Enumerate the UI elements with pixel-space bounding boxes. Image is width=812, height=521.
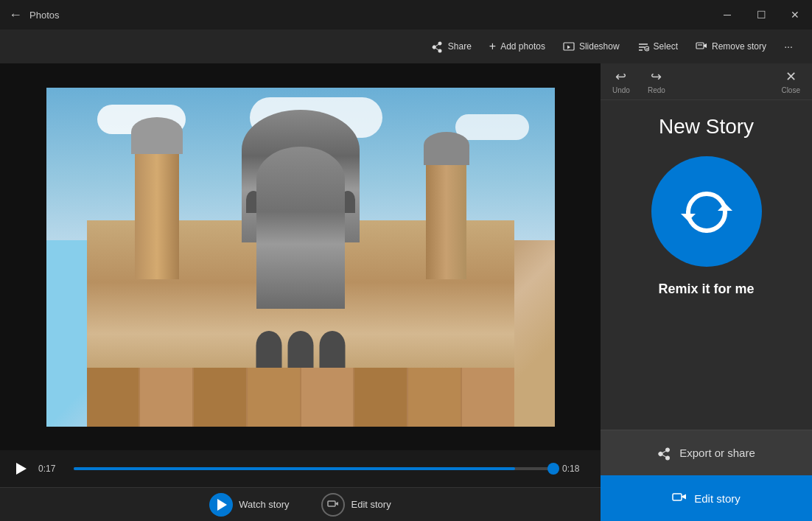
video-container: 0:17 0:18 Watch story: [0, 63, 601, 521]
more-icon: ···: [784, 41, 793, 52]
close-panel-button[interactable]: ✕ Close: [781, 69, 800, 94]
undo-icon: ↩: [615, 69, 626, 85]
remove-story-label: Remove story: [712, 41, 766, 52]
progress-thumb[interactable]: [547, 463, 559, 475]
video-controls: 0:17 0:18: [0, 450, 601, 487]
remix-label: Remix it for me: [658, 282, 754, 297]
more-options-button[interactable]: ···: [777, 35, 800, 58]
svg-marker-7: [681, 214, 696, 221]
select-button[interactable]: Select: [630, 35, 685, 57]
add-photos-label: Add photos: [500, 41, 545, 52]
side-panel: ↩ Undo ↪ Redo ✕ Close New Story: [601, 63, 812, 521]
minimize-button[interactable]: ─: [710, 0, 744, 29]
redo-label: Redo: [648, 86, 665, 94]
svg-rect-8: [673, 494, 682, 500]
svg-rect-2: [696, 43, 704, 49]
share-label: Share: [448, 41, 472, 52]
export-share-button[interactable]: Export or share: [601, 430, 812, 475]
undo-redo-group: ↩ Undo ↪ Redo: [612, 69, 665, 94]
export-icon: [657, 445, 672, 460]
select-label: Select: [654, 41, 678, 52]
add-icon: +: [489, 40, 496, 53]
close-panel-icon: ✕: [785, 69, 797, 85]
window-controls: ─ ☐ ✕: [710, 0, 812, 29]
slideshow-icon: [563, 40, 575, 53]
share-icon: [432, 40, 444, 53]
title-bar: ← Photos ─ ☐ ✕: [0, 0, 812, 29]
redo-button[interactable]: ↪ Redo: [648, 69, 665, 94]
side-panel-content: New Story: [601, 100, 812, 430]
side-panel-header: ↩ Undo ↪ Redo ✕ Close: [601, 63, 812, 100]
progress-fill: [74, 467, 515, 470]
close-button[interactable]: ✕: [778, 0, 812, 29]
play-icon: [16, 463, 27, 475]
video-image: [46, 88, 555, 427]
add-photos-button[interactable]: + Add photos: [482, 35, 553, 57]
remove-story-button[interactable]: Remove story: [688, 35, 774, 57]
bottom-strip: Watch story Edit story: [0, 487, 601, 521]
edit-story-bottom-button[interactable]: Edit story: [312, 489, 399, 521]
svg-marker-6: [718, 203, 732, 211]
edit-story-label: Edit story: [694, 492, 741, 505]
undo-button[interactable]: ↩ Undo: [612, 69, 630, 94]
edit-story-button[interactable]: Edit story: [601, 475, 812, 521]
select-icon: [637, 40, 649, 53]
redo-icon: ↪: [651, 69, 662, 85]
remix-button[interactable]: [651, 156, 762, 267]
edit-story-icon: [672, 491, 687, 506]
toolbar: Share + Add photos Slideshow Select: [0, 29, 812, 63]
share-button[interactable]: Share: [424, 35, 479, 57]
current-time: 0:17: [38, 464, 65, 474]
progress-bar[interactable]: [74, 467, 553, 470]
watch-story-icon: [209, 493, 233, 517]
main-area: 0:17 0:18 Watch story: [0, 63, 812, 521]
total-time: 0:18: [562, 464, 589, 474]
slideshow-label: Slideshow: [579, 41, 620, 52]
maximize-button[interactable]: ☐: [744, 0, 778, 29]
watch-story-label: Watch story: [239, 499, 289, 510]
watch-story-button[interactable]: Watch story: [200, 489, 298, 521]
edit-story-bottom-icon: [321, 493, 345, 517]
play-button[interactable]: [12, 460, 29, 478]
svg-rect-5: [328, 501, 335, 506]
back-button[interactable]: ←: [9, 7, 22, 23]
edit-story-bottom-label: Edit story: [351, 499, 391, 510]
remix-icon: [677, 181, 736, 242]
video-frame: [0, 63, 601, 450]
undo-label: Undo: [612, 86, 630, 94]
close-panel-label: Close: [781, 86, 800, 94]
export-label: Export or share: [679, 447, 755, 459]
story-title: New Story: [659, 115, 754, 139]
slideshow-button[interactable]: Slideshow: [556, 35, 627, 57]
app-title: Photos: [29, 10, 59, 21]
remove-icon: [696, 40, 707, 53]
